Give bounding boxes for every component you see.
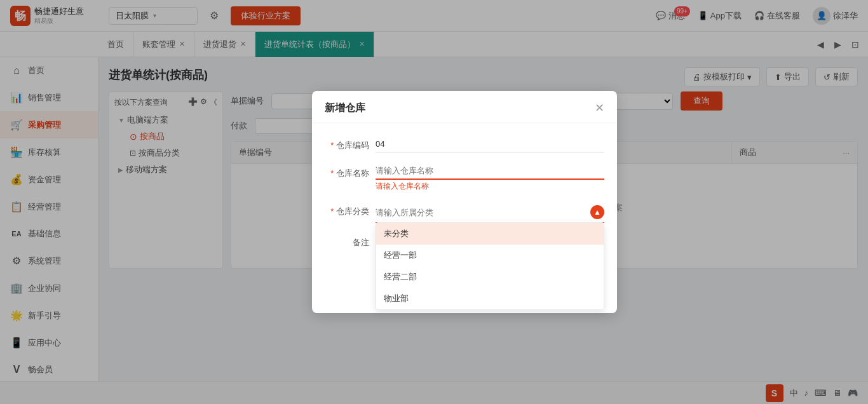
- add-warehouse-modal: 新增仓库 ✕ 仓库编码 仓库名称 请输入仓库名称 仓库分类: [312, 91, 617, 313]
- form-row-category: 仓库分类 ▲ 未分类 经营一部 经营二部 物业部: [325, 202, 604, 223]
- dropdown-item-uncategorized[interactable]: 未分类: [376, 223, 604, 245]
- modal-header: 新增仓库 ✕: [312, 91, 617, 123]
- category-input[interactable]: [376, 208, 590, 217]
- remark-label: 备注: [325, 233, 376, 248]
- form-row-code: 仓库编码: [325, 136, 604, 152]
- category-dropdown: ▲ 未分类 经营一部 经营二部 物业部: [376, 202, 604, 223]
- category-label: 仓库分类: [325, 202, 376, 217]
- modal-body: 仓库编码 仓库名称 请输入仓库名称 仓库分类 ▲: [312, 123, 617, 276]
- dropdown-input-row: ▲: [376, 202, 604, 223]
- category-dropdown-list: 未分类 经营一部 经营二部 物业部: [376, 222, 604, 310]
- dropdown-toggle-button[interactable]: ▲: [590, 205, 604, 219]
- code-label: 仓库编码: [325, 136, 376, 151]
- dropdown-item-property[interactable]: 物业部: [376, 288, 604, 309]
- warehouse-name-input[interactable]: [376, 163, 604, 180]
- modal-close-button[interactable]: ✕: [595, 101, 604, 115]
- form-row-name: 仓库名称 请输入仓库名称: [325, 163, 604, 192]
- dropdown-item-dept2[interactable]: 经营二部: [376, 266, 604, 288]
- name-input-group: [376, 163, 604, 180]
- modal-title: 新增仓库: [325, 102, 365, 115]
- name-error-message: 请输入仓库名称: [376, 181, 429, 192]
- dropdown-item-dept1[interactable]: 经营一部: [376, 245, 604, 266]
- warehouse-code-input[interactable]: [376, 136, 604, 152]
- name-label: 仓库名称: [325, 164, 376, 179]
